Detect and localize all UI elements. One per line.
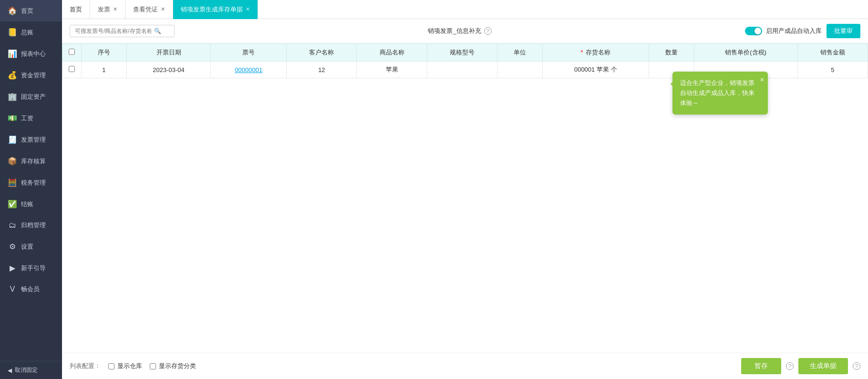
show-inventory-category-checkbox[interactable] [150, 363, 156, 369]
close-icon[interactable]: ✕ [113, 6, 117, 12]
cell-unit [497, 62, 542, 78]
sidebar-item-label: 固定资产 [21, 93, 46, 101]
row-checkbox-cell [62, 62, 82, 78]
sidebar-item-archive-management[interactable]: 🗂 归档管理 [0, 215, 62, 236]
bottom-actions: 暂存 ? 生成单据 ? [741, 358, 860, 374]
home-icon: 🏠 [8, 6, 17, 15]
payroll-icon: 💵 [8, 114, 17, 123]
sidebar-item-label: 发票管理 [21, 136, 46, 144]
sidebar-item-invoice-management[interactable]: 🧾 发票管理 [0, 129, 62, 150]
search-input[interactable] [75, 28, 151, 34]
save-button[interactable]: 暂存 [741, 358, 781, 374]
archive-icon: 🗂 [8, 221, 17, 230]
sidebar-item-inventory[interactable]: 📦 库存核算 [0, 150, 62, 172]
col-spec: 规格型号 [427, 44, 497, 62]
sidebar-item-fixed-assets[interactable]: 🏢 固定资产 [0, 86, 62, 107]
guide-icon: ▶ [8, 263, 17, 273]
show-inventory-category-group: 显示存货分类 [150, 362, 196, 370]
tab-cancel-invoice-label: 销项发票生成库存单据 [181, 5, 243, 14]
info-help-icon[interactable]: ? [484, 27, 492, 35]
sidebar-item-home[interactable]: 🏠 首页 [0, 0, 62, 21]
sidebar-item-label: 工资 [21, 114, 33, 123]
col-count: 数量 [649, 44, 694, 62]
sidebar-item-new-guide[interactable]: ▶ 新手引导 [0, 257, 62, 279]
required-star: * [580, 49, 583, 56]
search-icon[interactable]: 🔍 [154, 28, 161, 34]
toggle-label: 启用产成品自动入库 [766, 27, 822, 35]
search-box[interactable]: 🔍 [70, 25, 175, 37]
sidebar-item-label: 报表中心 [21, 50, 46, 58]
cell-ticket-no[interactable]: 00000001 [211, 62, 287, 78]
sidebar-item-fund-management[interactable]: 💰 资金管理 [0, 64, 62, 86]
col-ticket-no: 票号 [211, 44, 287, 62]
tooltip-wrapper: × 适合生产型企业，销项发票自动生成产成品入库，快来体验～ [672, 72, 768, 115]
batch-review-button[interactable]: 批量审 [827, 24, 860, 38]
tab-invoice[interactable]: 发票 ✕ [90, 0, 125, 19]
tab-bar: 首页 发票 ✕ 查看凭证 ✕ 销项发票生成库存单据 ✕ [62, 0, 868, 19]
sidebar-item-general-ledger[interactable]: 📒 总账 [0, 21, 62, 43]
show-warehouse-checkbox[interactable] [108, 363, 114, 369]
sidebar-item-label: 归档管理 [21, 221, 46, 230]
invoice-icon: 🧾 [8, 135, 17, 144]
settlement-icon: ✅ [8, 200, 17, 209]
ledger-icon: 📒 [8, 28, 17, 37]
tooltip-close-button[interactable]: × [760, 74, 764, 85]
sidebar-item-label: 税务管理 [21, 179, 46, 187]
sidebar-item-label: 结账 [21, 200, 33, 209]
col-unit: 单位 [497, 44, 542, 62]
show-warehouse-group: 显示仓库 [108, 362, 142, 370]
col-open-date: 开票日期 [126, 44, 210, 62]
sidebar-item-label: 资金管理 [21, 71, 46, 80]
fund-icon: 💰 [8, 71, 17, 80]
cell-open-date: 2023-03-04 [126, 62, 210, 78]
bottom-bar: 列表配置： 显示仓库 显示存货分类 暂存 ? 生成单据 ? [62, 353, 868, 379]
info-section: 销项发票_信息补充 ? [179, 27, 740, 35]
col-product-name: 商品名称 [357, 44, 427, 62]
tab-view-voucher[interactable]: 查看凭证 ✕ [125, 0, 173, 19]
unpin-icon: ◀ [8, 367, 12, 374]
tooltip-box: × 适合生产型企业，销项发票自动生成产成品入库，快来体验～ [672, 72, 768, 115]
report-icon: 📊 [8, 49, 17, 58]
sidebar-item-report-center[interactable]: 📊 报表中心 [0, 43, 62, 64]
toggle-section: 启用产成品自动入库 [745, 27, 822, 35]
sidebar-item-label: 首页 [21, 7, 33, 15]
sidebar-item-label: 畅会员 [21, 285, 40, 294]
col-customer: 客户名称 [287, 44, 357, 62]
cell-customer: 12 [287, 62, 357, 78]
gen-help-icon[interactable]: ? [853, 362, 860, 370]
tab-home[interactable]: 首页 [62, 0, 90, 19]
settings-icon: ⚙ [8, 242, 17, 251]
toolbar: 🔍 销项发票_信息补充 ? 启用产成品自动入库 批量审 [62, 19, 868, 43]
unpin-label: 取消固定 [15, 366, 38, 374]
close-icon[interactable]: ✕ [161, 6, 165, 12]
show-warehouse-label: 显示仓库 [117, 362, 142, 370]
cell-amount: 5 [797, 62, 868, 78]
sidebar-item-label: 新手引导 [21, 264, 46, 273]
main-area: 首页 发票 ✕ 查看凭证 ✕ 销项发票生成库存单据 ✕ 🔍 销项发票_信息补充 … [62, 0, 868, 379]
col-amount: 销售金额 [797, 44, 868, 62]
sidebar-item-tax-management[interactable]: 🧮 税务管理 [0, 172, 62, 193]
save-help-icon[interactable]: ? [786, 362, 794, 370]
inventory-icon: 📦 [8, 157, 17, 166]
sidebar-unpin-button[interactable]: ◀ 取消固定 [0, 361, 62, 379]
sidebar-item-payroll[interactable]: 💵 工资 [0, 107, 62, 129]
cell-inventory-name[interactable]: 000001 苹果 个 [542, 62, 649, 78]
info-label: 销项发票_信息补充 [428, 27, 481, 35]
sidebar-item-membership[interactable]: V 畅会员 [0, 279, 62, 300]
sidebar-item-settings[interactable]: ⚙ 设置 [0, 236, 62, 257]
cell-spec [427, 62, 497, 78]
generate-button[interactable]: 生成单据 [798, 358, 848, 374]
auto-warehouse-toggle[interactable] [745, 27, 762, 35]
sidebar-item-label: 总账 [21, 28, 33, 37]
tab-cancel-invoice[interactable]: 销项发票生成库存单据 ✕ [173, 0, 258, 19]
col-seq: 序号 [82, 44, 127, 62]
sidebar-item-settlement[interactable]: ✅ 结账 [0, 193, 62, 215]
tab-home-label: 首页 [70, 5, 82, 14]
row-checkbox[interactable] [69, 66, 75, 72]
list-config-label: 列表配置： [70, 362, 101, 370]
show-inventory-category-label: 显示存货分类 [159, 362, 196, 370]
select-all-checkbox[interactable] [69, 49, 75, 55]
close-icon[interactable]: ✕ [246, 6, 250, 12]
ticket-no-link[interactable]: 00000001 [235, 66, 262, 74]
tab-invoice-label: 发票 [98, 5, 110, 14]
